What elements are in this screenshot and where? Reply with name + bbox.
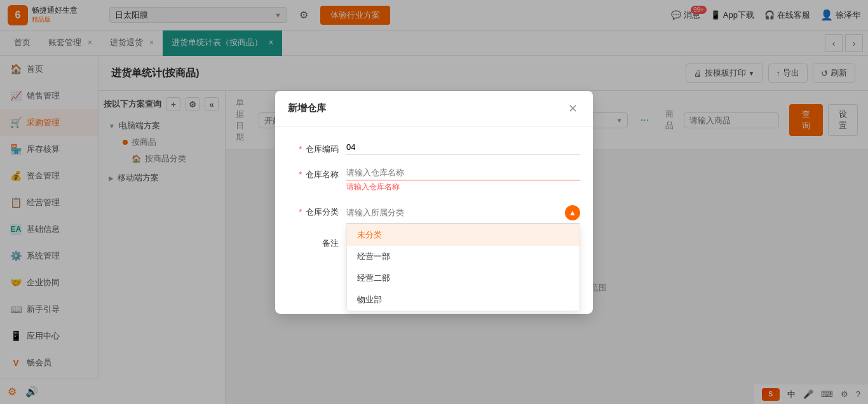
notes-label: 备注	[288, 234, 339, 249]
dropdown-option-3[interactable]: 物业部	[347, 289, 580, 311]
code-input[interactable]	[346, 140, 580, 155]
name-control: 请输入仓库名称	[346, 165, 580, 192]
form-row-name: * 仓库名称 请输入仓库名称	[288, 165, 580, 192]
category-input[interactable]	[346, 208, 565, 217]
modal-header: 新增仓库 ✕	[275, 91, 593, 127]
category-dropdown-toggle[interactable]: ▲	[565, 205, 580, 220]
modal-title: 新增仓库	[288, 102, 326, 114]
form-row-category: * 仓库分类 ▲ 未分类 经营一部 经营二部 物业部	[288, 203, 580, 224]
code-control	[346, 140, 580, 155]
form-row-code: * 仓库编码	[288, 140, 580, 155]
name-input[interactable]	[346, 165, 580, 180]
dropdown-option-2[interactable]: 经营二部	[347, 267, 580, 289]
dropdown-option-1[interactable]: 经营一部	[347, 246, 580, 267]
code-label: * 仓库编码	[288, 140, 339, 155]
modal-close-button[interactable]: ✕	[565, 101, 580, 116]
category-control: ▲ 未分类 经营一部 经营二部 物业部	[346, 203, 580, 224]
dropdown-option-0[interactable]: 未分类	[347, 224, 580, 246]
name-error-msg: 请输入仓库名称	[346, 182, 580, 192]
add-warehouse-modal: 新增仓库 ✕ * 仓库编码 * 仓库名称	[275, 91, 593, 314]
category-dropdown-list: 未分类 经营一部 经营二部 物业部	[346, 224, 580, 311]
category-input-row: ▲	[346, 203, 580, 224]
modal-overlay[interactable]: 新增仓库 ✕ * 仓库编码 * 仓库名称	[0, 0, 868, 404]
modal-body: * 仓库编码 * 仓库名称 请输入仓库名称	[275, 127, 593, 272]
name-label: * 仓库名称	[288, 165, 339, 180]
category-label: * 仓库分类	[288, 203, 339, 218]
